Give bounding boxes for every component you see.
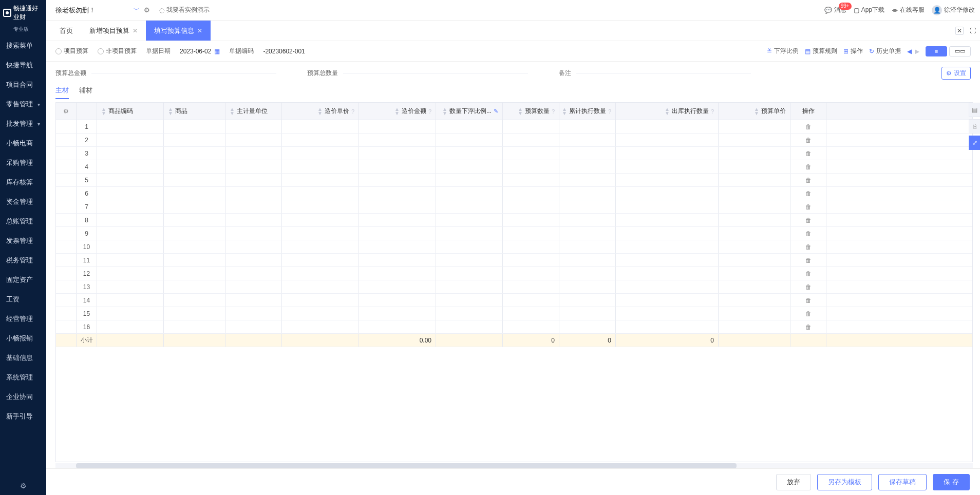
operate-button[interactable]: ⊞ 操作: [843, 47, 863, 55]
trash-icon[interactable]: 🗑: [805, 310, 812, 317]
trash-icon[interactable]: 🗑: [805, 177, 812, 184]
sidebar-settings[interactable]: ⚙: [0, 477, 46, 495]
fullscreen-button[interactable]: ⛶: [969, 27, 977, 35]
budget-rule-button[interactable]: ▤ 预算规则: [805, 47, 837, 55]
total-qty-input[interactable]: [343, 73, 528, 73]
table-row[interactable]: 10🗑: [56, 240, 972, 254]
col-amount[interactable]: ▲▼ 造价金额 ?: [359, 103, 436, 120]
app-download-button[interactable]: ▢ App下载: [854, 6, 884, 14]
table-row[interactable]: 7🗑: [56, 200, 972, 214]
sidebar-item[interactable]: 小畅电商: [0, 134, 46, 153]
trash-icon[interactable]: 🗑: [805, 323, 812, 331]
radio-project-budget[interactable]: 项目预算: [55, 47, 88, 55]
rail-link-button[interactable]: ⎘: [969, 119, 980, 134]
page-tab[interactable]: 填写预算信息✕: [146, 21, 211, 41]
trash-icon[interactable]: 🗑: [805, 190, 812, 197]
sidebar-item[interactable]: 项目合同: [0, 75, 46, 94]
sidebar-item[interactable]: 搜索菜单: [0, 36, 46, 55]
tab-aux-material[interactable]: 辅材: [79, 86, 92, 99]
col-price[interactable]: ▲▼ 造价单价 ?: [282, 103, 359, 120]
trash-icon[interactable]: 🗑: [805, 243, 812, 251]
column-config-button[interactable]: ⚙: [56, 103, 77, 120]
col-unit[interactable]: ▲▼ 主计量单位: [225, 103, 282, 120]
trash-icon[interactable]: 🗑: [805, 297, 812, 304]
float-ratio-button[interactable]: ≚ 下浮比例: [767, 47, 799, 55]
table-row[interactable]: 1🗑: [56, 120, 972, 134]
settings-button[interactable]: ⚙ 设置: [941, 67, 971, 80]
col-budget-price[interactable]: ▲▼ 预算单价: [719, 103, 790, 120]
trash-icon[interactable]: 🗑: [805, 257, 812, 264]
tab-main-material[interactable]: 主材: [55, 86, 69, 99]
col-code[interactable]: ▲▼ 商品编码: [97, 103, 164, 120]
table-row[interactable]: 15🗑: [56, 307, 972, 320]
edit-icon[interactable]: ✎: [494, 108, 498, 115]
sidebar-item[interactable]: 零售管理▾: [0, 94, 46, 114]
demo-link[interactable]: ◌ 我要看实例演示: [159, 6, 210, 14]
page-tab[interactable]: 新增项目预算✕: [81, 21, 146, 41]
sidebar-item[interactable]: 系统管理: [0, 368, 46, 387]
col-cumulative-qty[interactable]: ▲▼ 累计执行数量 ?: [559, 103, 616, 120]
sidebar-item[interactable]: 批发管理▾: [0, 114, 46, 134]
save-template-button[interactable]: 另存为模板: [817, 474, 872, 490]
trash-icon[interactable]: 🗑: [805, 123, 812, 130]
discard-button[interactable]: 放弃: [776, 474, 811, 490]
sidebar-item[interactable]: 基础信息: [0, 348, 46, 368]
sidebar-item[interactable]: 总账管理: [0, 212, 46, 231]
table-row[interactable]: 13🗑: [56, 280, 972, 294]
table-row[interactable]: 8🗑: [56, 214, 972, 227]
sidebar-item[interactable]: 工资: [0, 290, 46, 309]
view-list-button[interactable]: ≡: [926, 46, 947, 56]
note-input[interactable]: [576, 73, 751, 73]
trash-icon[interactable]: 🗑: [805, 137, 812, 144]
table-row[interactable]: 9🗑: [56, 227, 972, 240]
table-row[interactable]: 4🗑: [56, 160, 972, 174]
trash-icon[interactable]: 🗑: [805, 283, 812, 291]
col-out-qty[interactable]: ▲▼ 出库执行数量 ?: [616, 103, 719, 120]
sidebar-item[interactable]: 发票管理: [0, 231, 46, 251]
table-row[interactable]: 12🗑: [56, 267, 972, 280]
col-ratio[interactable]: ▲▼ 数量下浮比例... ✎: [436, 103, 503, 120]
horizontal-scrollbar[interactable]: [55, 463, 973, 468]
table-row[interactable]: 16🗑: [56, 320, 972, 334]
table-row[interactable]: 3🗑: [56, 147, 972, 160]
table-row[interactable]: 14🗑: [56, 294, 972, 307]
close-icon[interactable]: ✕: [197, 27, 202, 34]
sidebar-item[interactable]: 新手引导: [0, 407, 46, 426]
scrollbar-thumb[interactable]: [76, 463, 737, 468]
table-row[interactable]: 11🗑: [56, 254, 972, 267]
sidebar-item[interactable]: 企业协同: [0, 387, 46, 407]
trash-icon[interactable]: 🗑: [805, 150, 812, 157]
sidebar-item[interactable]: 库存核算: [0, 173, 46, 192]
rail-note-button[interactable]: ▤: [969, 103, 980, 117]
sidebar-item[interactable]: 快捷导航: [0, 55, 46, 75]
close-all-tabs-button[interactable]: ✕: [955, 27, 964, 35]
prev-doc-button[interactable]: ◀: [907, 48, 912, 55]
view-card-button[interactable]: ▭▭: [949, 46, 971, 56]
sidebar-item[interactable]: 经营管理: [0, 309, 46, 329]
message-button[interactable]: 💬 消息 99+: [824, 6, 846, 14]
trash-icon[interactable]: 🗑: [805, 163, 812, 170]
trash-icon[interactable]: 🗑: [805, 217, 812, 224]
date-input[interactable]: 2023-06-02 ▦: [180, 48, 220, 55]
account-switcher[interactable]: 徐老板勿删！ ﹀ ⚙: [51, 5, 154, 16]
trash-icon[interactable]: 🗑: [805, 230, 812, 237]
trash-icon[interactable]: 🗑: [805, 270, 812, 277]
close-icon[interactable]: ✕: [133, 27, 138, 34]
rail-expand-button[interactable]: ⤢: [969, 136, 980, 150]
sidebar-item[interactable]: 采购管理: [0, 153, 46, 173]
col-budget-qty[interactable]: ▲▼ 预算数量 ?: [503, 103, 559, 120]
total-amount-input[interactable]: [91, 73, 276, 73]
trash-icon[interactable]: 🗑: [805, 203, 812, 211]
col-product[interactable]: ▲▼ 商品: [164, 103, 225, 120]
save-draft-button[interactable]: 保存草稿: [878, 474, 927, 490]
table-row[interactable]: 6🗑: [56, 187, 972, 200]
save-button[interactable]: 保 存: [933, 474, 970, 490]
radio-nonproject-budget[interactable]: 非项目预算: [98, 47, 137, 55]
table-row[interactable]: 2🗑: [56, 134, 972, 147]
history-button[interactable]: ↻ 历史单据: [869, 47, 901, 55]
table-row[interactable]: 5🗑: [56, 174, 972, 187]
sidebar-item[interactable]: 小畅报销: [0, 329, 46, 348]
page-tab[interactable]: 首页: [51, 21, 81, 41]
sidebar-item[interactable]: 资金管理: [0, 192, 46, 212]
gear-icon[interactable]: ⚙: [144, 6, 150, 14]
